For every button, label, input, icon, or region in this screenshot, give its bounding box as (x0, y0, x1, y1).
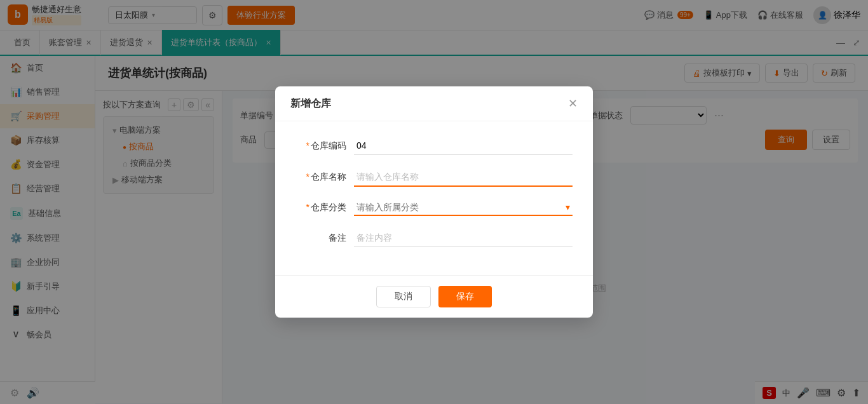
warehouse-code-label: *仓库编码 (295, 140, 346, 152)
warehouse-category-select-wrap[interactable]: ▾ (354, 199, 573, 216)
warehouse-name-input[interactable] (354, 168, 573, 187)
modal-header: 新增仓库 ✕ (275, 86, 593, 121)
modal-body: *仓库编码 *仓库名称 *仓库分类 ▾ (275, 121, 593, 275)
cancel-button[interactable]: 取消 (376, 286, 431, 307)
modal-footer: 取消 保存 (275, 275, 593, 318)
warehouse-name-label: *仓库名称 (295, 172, 346, 183)
remark-input[interactable] (354, 229, 573, 247)
modal-close-button[interactable]: ✕ (568, 97, 578, 111)
warehouse-category-input[interactable] (356, 202, 566, 212)
add-warehouse-modal: 新增仓库 ✕ *仓库编码 *仓库名称 *仓库分类 (275, 86, 593, 318)
form-row-category: *仓库分类 ▾ (295, 199, 573, 216)
form-row-name: *仓库名称 (295, 168, 573, 187)
modal-overlay: 新增仓库 ✕ *仓库编码 *仓库名称 *仓库分类 (0, 0, 868, 404)
form-row-code: *仓库编码 (295, 137, 573, 155)
warehouse-category-label: *仓库分类 (295, 202, 346, 213)
category-dropdown-icon: ▾ (566, 202, 570, 212)
save-button[interactable]: 保存 (438, 286, 492, 307)
form-row-remark: 备注 (295, 229, 573, 247)
warehouse-code-input[interactable] (354, 137, 573, 155)
modal-title: 新增仓库 (290, 97, 331, 111)
remark-label: 备注 (295, 232, 346, 244)
